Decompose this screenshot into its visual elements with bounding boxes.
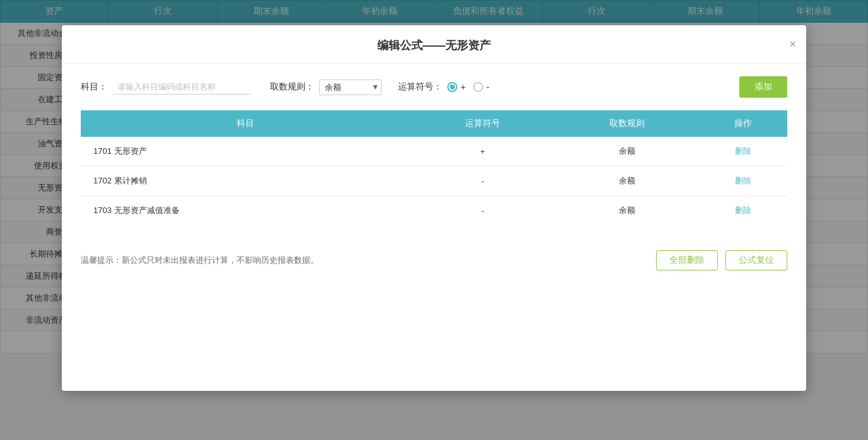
modal-header: 编辑公式——无形资产 ×	[62, 25, 806, 64]
row-operator-1: +	[411, 137, 555, 166]
operator-label: 运算符号：	[398, 81, 442, 93]
minus-label: -	[486, 82, 490, 92]
row-action-3: 删除	[699, 196, 787, 226]
rule-select[interactable]: 余额 借方 贷方 借方发生额 贷方发生额	[319, 79, 382, 95]
subject-group: 科目：	[81, 79, 251, 95]
formula-table: 科目 运算符号 取数规则 操作 1701 无形资产 + 余额 删除	[81, 110, 787, 225]
radio-circle-minus	[473, 82, 483, 92]
table-row: 1702 累计摊销 - 余额 删除	[81, 166, 787, 196]
table-header-row: 科目 运算符号 取数规则 操作	[81, 110, 787, 137]
row-operator-3: -	[411, 196, 555, 226]
row-rule-1: 余额	[554, 137, 699, 166]
row-action-1: 删除	[699, 137, 787, 166]
rule-select-wrap: 余额 借方 贷方 借方发生额 贷方发生额 ▼	[319, 79, 379, 95]
subject-input[interactable]	[112, 79, 251, 95]
rule-label: 取数规则：	[270, 81, 314, 93]
add-button[interactable]: 添加	[739, 76, 787, 98]
col-header-rule: 取数规则	[554, 110, 699, 137]
row-action-2: 删除	[699, 166, 787, 196]
reset-formula-button[interactable]: 公式复位	[725, 250, 787, 270]
operator-minus-radio[interactable]: -	[473, 82, 490, 92]
operator-plus-radio[interactable]: +	[447, 82, 466, 92]
row-subject-3: 1703 无形资产减值准备	[81, 196, 411, 226]
operator-group: 运算符号： + -	[398, 81, 490, 93]
plus-label: +	[460, 82, 466, 92]
rule-group: 取数规则： 余额 借方 贷方 借方发生额 贷方发生额 ▼	[270, 79, 379, 95]
col-header-subject: 科目	[81, 110, 411, 137]
col-header-operator: 运算符号	[411, 110, 555, 137]
row-subject-1: 1701 无形资产	[81, 137, 411, 166]
operator-radio-group: + -	[447, 82, 490, 92]
edit-formula-modal: 编辑公式——无形资产 × 科目： 取数规则： 余额 借方 贷方 借方发生额	[62, 25, 806, 391]
subject-label: 科目：	[81, 81, 107, 93]
table-row: 1703 无形资产减值准备 - 余额 删除	[81, 196, 787, 226]
modal-footer: 温馨提示：新公式只对未出报表进行计算，不影响历史报表数据。 全部删除 公式复位	[62, 238, 806, 283]
footer-buttons: 全部删除 公式复位	[656, 250, 787, 270]
table-row: 1701 无形资产 + 余额 删除	[81, 137, 787, 166]
delete-button-2[interactable]: 删除	[735, 175, 751, 187]
col-header-action: 操作	[699, 110, 787, 137]
modal-title: 编辑公式——无形资产	[377, 39, 491, 52]
row-rule-3: 余额	[554, 196, 699, 226]
delete-all-button[interactable]: 全部删除	[656, 250, 718, 270]
modal-close-button[interactable]: ×	[789, 38, 796, 50]
form-row: 科目： 取数规则： 余额 借方 贷方 借方发生额 贷方发生额 ▼	[62, 64, 806, 110]
radio-circle-plus	[447, 82, 457, 92]
modal-overlay: 编辑公式——无形资产 × 科目： 取数规则： 余额 借方 贷方 借方发生额	[0, 0, 868, 440]
row-operator-2: -	[411, 166, 555, 196]
footer-tip: 温馨提示：新公式只对未出报表进行计算，不影响历史报表数据。	[81, 255, 319, 266]
delete-button-3[interactable]: 删除	[735, 205, 751, 216]
row-subject-2: 1702 累计摊销	[81, 166, 411, 196]
row-rule-2: 余额	[554, 166, 699, 196]
delete-button-1[interactable]: 删除	[735, 146, 751, 157]
data-table-wrapper: 科目 运算符号 取数规则 操作 1701 无形资产 + 余额 删除	[62, 110, 806, 225]
